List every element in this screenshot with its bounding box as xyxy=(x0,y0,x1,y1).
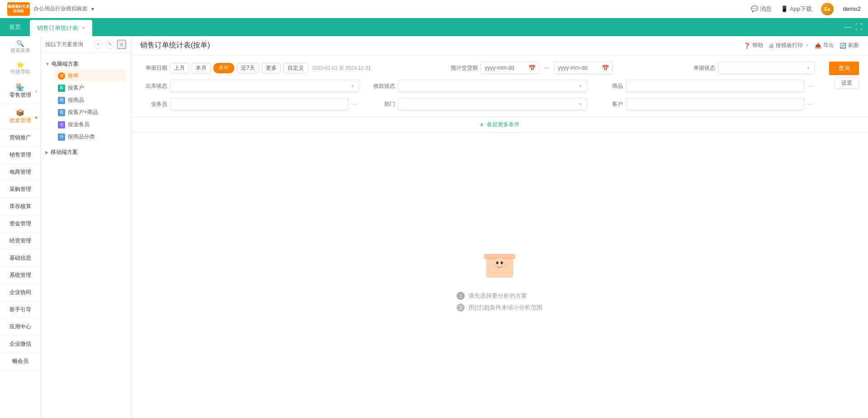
sidebar-item-ecommerce[interactable]: 电商管理 xyxy=(0,164,40,181)
tab-active-label: 销售订单统计表 xyxy=(37,24,78,32)
header-left: 畅捷通好生意 标准版 办公用品行业模拟账套 ▾ xyxy=(7,2,94,16)
order-status-select[interactable]: ▼ xyxy=(718,62,815,74)
department-select[interactable]: ▼ xyxy=(398,98,587,110)
scheme-tree: ▼ 电脑端方案 按 按单 客 按客户 xyxy=(41,53,131,418)
svg-point-3 xyxy=(496,261,499,264)
sidebar-item-operations[interactable]: 经营管理 xyxy=(0,233,40,250)
sidebar-search[interactable]: 🔍 搜索菜单 xyxy=(0,36,40,57)
sidebar-item-guide[interactable]: 新手引导 xyxy=(0,301,40,318)
purchase-label: 采购管理 xyxy=(9,185,31,193)
product-field: 商品 ··· xyxy=(596,80,815,92)
page-title: 销售订单统计表(按单) xyxy=(140,41,210,50)
guide-label: 新手引导 xyxy=(9,306,31,314)
customer-more-btn[interactable]: ··· xyxy=(807,101,815,107)
tab-expand-btn[interactable]: ⛶ xyxy=(855,23,863,31)
delivery-status-label: 出库状态 xyxy=(140,82,167,90)
date-btn-more[interactable]: 更多 xyxy=(262,63,281,73)
query-btn[interactable]: 查询 xyxy=(829,62,859,75)
order-status-arrow-icon: ▼ xyxy=(806,66,811,71)
scheme-label-by-salesman: 按业务员 xyxy=(68,121,90,128)
sidebar-item-wholesale[interactable]: 📦 批发管理 ▲ xyxy=(0,104,40,129)
message-label: 消息 xyxy=(760,5,772,13)
delivery-status-field: 出库状态 ▼ xyxy=(140,80,359,92)
sidebar-item-marketing[interactable]: 营销推广 xyxy=(0,129,40,147)
scheme-item-by-product[interactable]: 商 按商品 xyxy=(54,94,126,106)
salesman-more-btn[interactable]: ··· xyxy=(351,101,359,107)
sidebar-item-sales[interactable]: 销售管理 xyxy=(0,147,40,164)
product-more-btn[interactable]: ··· xyxy=(807,83,815,89)
add-scheme-btn[interactable]: + xyxy=(94,40,103,49)
collapse-bar[interactable]: ∧ 收起更多条件 xyxy=(131,117,868,133)
date-btn-last-month[interactable]: 上月 xyxy=(170,63,189,73)
hint-num-2: 2 xyxy=(457,304,465,312)
date-btn-this-month[interactable]: 本月 xyxy=(192,63,211,73)
scheme-item-by-customer-product[interactable]: 客 按客户+商品 xyxy=(54,106,126,119)
message-icon: 💬 xyxy=(751,5,758,12)
tab-close-btn[interactable]: × xyxy=(82,25,85,31)
retail-label: 零售管理 xyxy=(9,91,31,99)
header-right: 💬 消息 📱 App下载 Ea demo2 xyxy=(751,3,861,15)
app-download-btn[interactable]: 📱 App下载 xyxy=(781,5,812,13)
retail-icon: 🏪 xyxy=(16,83,24,91)
svg-point-6 xyxy=(502,264,505,266)
left-panel: 按以下方案查询 + ✎ « ▼ 电脑端方案 按 xyxy=(41,36,131,418)
expected-date-label: 预计交货期 xyxy=(446,64,478,72)
message-btn[interactable]: 💬 消息 xyxy=(751,5,772,13)
receipt-status-select[interactable]: ▼ xyxy=(398,80,587,92)
left-panel-actions: + ✎ « xyxy=(94,40,126,49)
sidebar-item-finance[interactable]: 资金管理 xyxy=(0,215,40,233)
mobile-group-header[interactable]: ▶ 移动端方案 xyxy=(45,147,126,158)
expected-date-end[interactable]: 📅 xyxy=(554,62,613,74)
sidebar-quick-nav[interactable]: ⭐ 快捷导航 xyxy=(0,57,40,79)
tab-active-statistics[interactable]: 销售订单统计表 × xyxy=(30,20,92,36)
scheme-item-by-customer[interactable]: 客 按客户 xyxy=(54,82,126,94)
department-field: 部门 ▼ xyxy=(368,98,587,110)
salesman-input[interactable] xyxy=(170,98,348,110)
marketing-label: 营销推广 xyxy=(9,134,31,142)
basic-label: 基础信息 xyxy=(9,254,31,262)
template-print-btn[interactable]: 🖨 按模板打印 ▼ xyxy=(769,42,809,49)
empty-hint-1: 1 请先选择要分析的方案 xyxy=(457,292,542,300)
avatar[interactable]: Ea xyxy=(821,3,834,15)
empty-state: 1 请先选择要分析的方案 2 用[过滤]条件来缩小分析范围 xyxy=(131,133,868,418)
tab-home[interactable]: 首页 xyxy=(0,18,30,36)
date-btn-this-year[interactable]: 本年 xyxy=(213,63,234,73)
help-btn[interactable]: ❓ 帮助 xyxy=(744,42,763,49)
scheme-item-by-category[interactable]: 分 按商品分类 xyxy=(54,131,126,143)
sidebar-item-enterprise[interactable]: 企业协同 xyxy=(0,284,40,301)
sidebar-item-system[interactable]: 系统管理 xyxy=(0,267,40,284)
tab-bar-right: — ⛶ xyxy=(844,23,868,31)
order-status-label: 单据状态 xyxy=(688,64,715,72)
sidebar-item-inventory[interactable]: 库存核算 xyxy=(0,198,40,215)
delivery-status-select[interactable]: ▼ xyxy=(170,80,359,92)
export-btn[interactable]: 📤 导出 xyxy=(815,42,834,49)
customer-label: 客户 xyxy=(596,100,623,108)
sidebar-item-member[interactable]: 畅会员 xyxy=(0,353,40,370)
pc-group-header[interactable]: ▼ 电脑端方案 xyxy=(45,58,126,70)
collapse-panel-btn[interactable]: « xyxy=(117,40,126,49)
member-label: 畅会员 xyxy=(12,357,28,365)
tab-minimize-btn[interactable]: — xyxy=(844,23,852,31)
product-input[interactable] xyxy=(626,80,804,92)
setting-btn[interactable]: 设置 xyxy=(835,77,859,89)
scheme-item-by-order[interactable]: 按 按单 xyxy=(54,70,126,82)
template-print-label: 按模板打印 xyxy=(776,42,803,49)
edit-scheme-btn[interactable]: ✎ xyxy=(105,40,114,49)
refresh-btn[interactable]: 🔄 刷新 xyxy=(840,42,859,49)
date-label: 单据日期 xyxy=(140,64,167,72)
breadcrumb-dropdown-btn[interactable]: ▾ xyxy=(91,6,94,12)
order-status-field: 单据状态 ▼ xyxy=(688,62,815,74)
department-label: 部门 xyxy=(368,100,395,108)
enterprise-label: 企业协同 xyxy=(9,289,31,296)
wholesale-icon: 📦 xyxy=(16,109,24,117)
expected-date-start[interactable]: 📅 xyxy=(481,62,539,74)
sidebar-item-purchase[interactable]: 采购管理 xyxy=(0,181,40,198)
date-btn-custom[interactable]: 自定义 xyxy=(283,63,308,73)
customer-input[interactable] xyxy=(626,98,804,110)
sidebar-item-appstore[interactable]: 应用中心 xyxy=(0,318,40,336)
sidebar-item-retail[interactable]: 🏪 零售管理 ▼ xyxy=(0,79,40,104)
sidebar-item-wechat[interactable]: 企业微信 xyxy=(0,336,40,353)
date-btn-last7[interactable]: 近7天 xyxy=(237,63,259,73)
scheme-item-by-salesman[interactable]: 业 按业务员 xyxy=(54,119,126,131)
sidebar-item-basic[interactable]: 基础信息 xyxy=(0,250,40,267)
